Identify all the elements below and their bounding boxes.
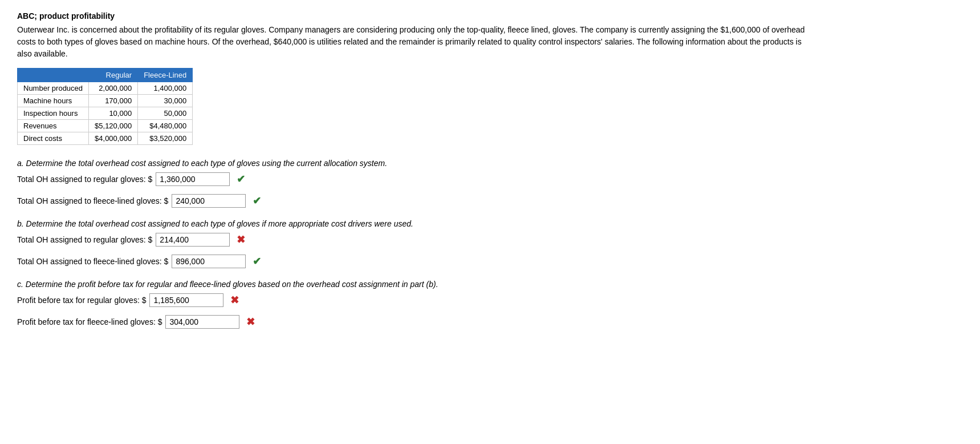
row-label: Machine hours	[18, 95, 89, 107]
section-a-label: a. Determine the total overhead cost ass…	[17, 159, 963, 168]
section-b-row1-incorrect-icon: ✖	[237, 233, 245, 246]
row-value: 10,000	[89, 107, 138, 120]
section-a-row1-correct-icon: ✔	[237, 173, 245, 185]
row-value: 1,400,000	[138, 82, 193, 95]
table-row: Inspection hours10,00050,000	[18, 107, 193, 120]
row-value: $5,120,000	[89, 120, 138, 132]
section-c-row1-label: Profit before tax for regular gloves: $	[17, 296, 146, 305]
section-b-row2-input[interactable]	[172, 255, 246, 268]
row-label: Direct costs	[18, 132, 89, 145]
row-value: 30,000	[138, 95, 193, 107]
section-a-row1-label: Total OH assigned to regular gloves: $	[17, 175, 152, 184]
section-c: c. Determine the profit before tax for r…	[17, 280, 963, 329]
section-c-row2: Profit before tax for fleece-lined glove…	[17, 315, 963, 329]
section-c-row1-input[interactable]	[149, 293, 223, 307]
section-c-label: c. Determine the profit before tax for r…	[17, 280, 963, 289]
section-a-row1-input[interactable]	[156, 172, 230, 186]
section-b-label: b. Determine the total overhead cost ass…	[17, 219, 963, 228]
row-value: 170,000	[89, 95, 138, 107]
section-c-row2-label: Profit before tax for fleece-lined glove…	[17, 317, 162, 326]
col-header-regular: Regular	[89, 68, 138, 82]
section-c-row1-incorrect-icon: ✖	[230, 294, 239, 306]
row-value: 2,000,000	[89, 82, 138, 95]
section-b: b. Determine the total overhead cost ass…	[17, 219, 963, 268]
page-title: ABC; product profitability	[17, 11, 963, 21]
row-value: $4,000,000	[89, 132, 138, 145]
col-header-label	[18, 68, 89, 82]
col-header-fleece-lined: Fleece-Lined	[138, 68, 193, 82]
row-value: $3,520,000	[138, 132, 193, 145]
section-a-row1: Total OH assigned to regular gloves: $ ✔	[17, 172, 963, 186]
section-a: a. Determine the total overhead cost ass…	[17, 159, 963, 208]
table-row: Machine hours170,00030,000	[18, 95, 193, 107]
row-label: Inspection hours	[18, 107, 89, 120]
table-row: Direct costs$4,000,000$3,520,000	[18, 132, 193, 145]
description-text: Outerwear Inc. is concerned about the pr…	[17, 24, 815, 60]
section-b-row2: Total OH assigned to fleece-lined gloves…	[17, 255, 963, 268]
row-label: Revenues	[18, 120, 89, 132]
row-value: 50,000	[138, 107, 193, 120]
section-a-row2: Total OH assigned to fleece-lined gloves…	[17, 194, 963, 208]
table-row: Revenues$5,120,000$4,480,000	[18, 120, 193, 132]
section-c-row2-incorrect-icon: ✖	[246, 316, 255, 328]
section-a-row2-label: Total OH assigned to fleece-lined gloves…	[17, 196, 168, 205]
section-b-row1-label: Total OH assigned to regular gloves: $	[17, 235, 152, 244]
table-row: Number produced2,000,0001,400,000	[18, 82, 193, 95]
row-label: Number produced	[18, 82, 89, 95]
section-c-row2-input[interactable]	[165, 315, 239, 329]
section-b-row2-correct-icon: ✔	[253, 255, 261, 268]
section-a-row2-input[interactable]	[172, 194, 246, 208]
section-b-row2-label: Total OH assigned to fleece-lined gloves…	[17, 257, 168, 266]
section-c-row1: Profit before tax for regular gloves: $ …	[17, 293, 963, 307]
section-b-row1: Total OH assigned to regular gloves: $ ✖	[17, 233, 963, 247]
section-b-row1-input[interactable]	[156, 233, 230, 247]
row-value: $4,480,000	[138, 120, 193, 132]
section-a-row2-correct-icon: ✔	[253, 195, 261, 207]
product-data-table: Regular Fleece-Lined Number produced2,00…	[17, 68, 193, 145]
